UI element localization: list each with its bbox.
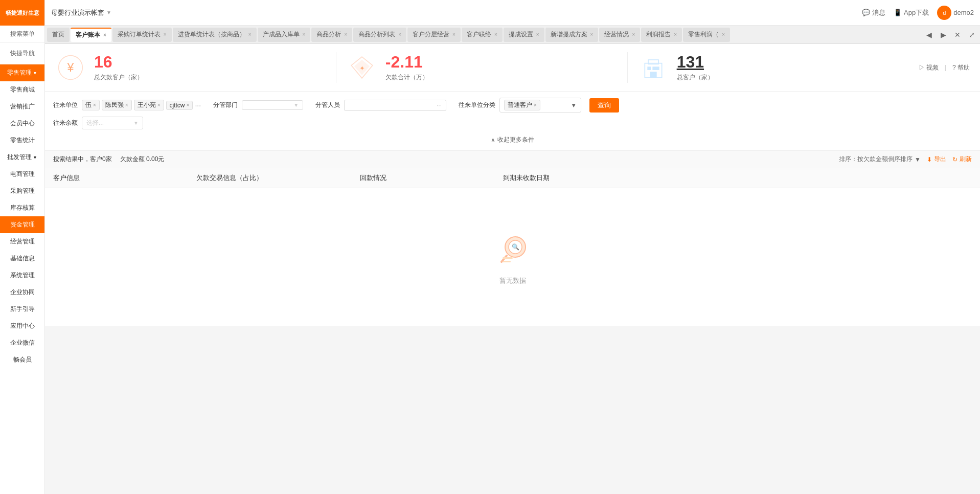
stat-icon-building — [638, 52, 669, 83]
tab-customer-layer[interactable]: 客户分层经营 × — [407, 28, 461, 42]
stat-value-total-customers: 131 — [677, 53, 714, 71]
tab-customer-account[interactable]: 客户账本 × — [71, 28, 111, 42]
tab-close-operations[interactable]: × — [632, 32, 635, 37]
message-icon: 💬 — [862, 9, 870, 16]
sidebar-item-quicknav-label[interactable]: 快捷导航 — [0, 46, 44, 61]
sidebar-item-operations[interactable]: 经营管理 — [0, 233, 44, 250]
tab-close-purchase-order[interactable]: × — [164, 32, 167, 37]
col-header-debt-info: 欠款交易信息（占比） — [196, 173, 360, 183]
sidebar-item-ecommerce[interactable]: 电商管理 — [0, 166, 44, 183]
filter-people-select[interactable]: ··· — [344, 100, 446, 111]
sidebar-item-retail-mgmt[interactable]: 零售管理 ▼ — [0, 64, 44, 81]
filter-tag-close-4[interactable]: × — [187, 102, 190, 108]
sidebar-item-retail-mall[interactable]: 零售商城 — [0, 81, 44, 98]
col-header-customer: 客户信息 — [53, 173, 196, 183]
tab-close-customer-account[interactable]: × — [103, 32, 106, 38]
more-units-btn[interactable]: ··· — [195, 101, 201, 109]
tab-retail-profit[interactable]: 零售利润（ × — [683, 28, 730, 42]
filter-row-1: 往来单位 伍 × 陈民强 × 王小亮 × cjttcw — [53, 98, 972, 113]
stat-value-overdue-customers: 16 — [94, 53, 143, 71]
filter-tag-close-1[interactable]: × — [93, 102, 96, 108]
tab-product-analysis-list[interactable]: 商品分析列表 × — [353, 28, 406, 42]
sidebar-item-enterprise[interactable]: 企业协同 — [0, 284, 44, 301]
filter-tag-close-2[interactable]: × — [125, 102, 128, 108]
sidebar-item-app-center[interactable]: 应用中心 — [0, 318, 44, 334]
tab-close-customer-layer[interactable]: × — [452, 32, 455, 37]
sidebar-item-retail-stats[interactable]: 零售统计 — [0, 132, 44, 149]
video-btn[interactable]: ▷ 视频 — [919, 63, 939, 72]
filter-dept-select[interactable]: ▼ — [242, 100, 303, 110]
sidebar-item-quicknav[interactable]: 快捷导航 — [0, 43, 44, 64]
sidebar-item-member[interactable]: 畅会员 — [0, 351, 44, 368]
help-icon: ? — [952, 64, 956, 71]
play-icon: ▷ — [919, 64, 925, 71]
sidebar-item-marketing[interactable]: 营销推广 — [0, 98, 44, 115]
workspace-selector[interactable]: 母婴行业演示帐套 ▼ — [51, 8, 111, 17]
svg-rect-15 — [503, 257, 513, 259]
sidebar-item-member-center[interactable]: 会员中心 — [0, 115, 44, 132]
filter-unit-tags: 伍 × 陈民强 × 王小亮 × cjttcw × ··· — [82, 100, 201, 110]
tab-commission-settings[interactable]: 提成设置 × — [504, 28, 544, 42]
query-button[interactable]: 查询 — [589, 98, 619, 113]
download-icon: 📱 — [894, 9, 902, 16]
tab-inventory-stats[interactable]: 进货单统计表（按商品） × — [173, 28, 257, 42]
help-btn[interactable]: ? 帮助 — [952, 63, 970, 72]
tab-home[interactable]: 首页 — [47, 28, 70, 42]
messages-btn[interactable]: 💬 消息 — [862, 8, 885, 17]
filter-balance-select[interactable]: 选择... ▼ — [82, 117, 143, 129]
app-download-btn[interactable]: 📱 App下载 — [894, 8, 929, 17]
sidebar-item-wechat[interactable]: 企业微信 — [0, 334, 44, 351]
filter-tag-close-type-1[interactable]: × — [534, 102, 537, 108]
filter-type-label: 往来单位分类 — [459, 101, 495, 109]
tab-next-btn[interactable]: ▶ — [937, 29, 949, 41]
result-right: 排序：按欠款金额倒序排序 ▼ ⬇ 导出 ↻ 刷新 — [839, 155, 972, 164]
sort-btn[interactable]: 排序：按欠款金额倒序排序 ▼ — [839, 155, 921, 164]
filter-tag-unit-2: 陈民强 × — [102, 100, 132, 110]
sidebar-item-purchase[interactable]: 采购管理 — [0, 183, 44, 199]
sidebar-item-guide[interactable]: 新手引导 — [0, 301, 44, 318]
tab-prev-btn[interactable]: ◀ — [923, 29, 935, 41]
sidebar-item-system[interactable]: 系统管理 — [0, 267, 44, 284]
tab-close-customer-contact[interactable]: × — [494, 32, 497, 37]
tab-close-all-btn[interactable]: ✕ — [951, 29, 964, 41]
filter-tag-close-3[interactable]: × — [157, 102, 161, 108]
tab-customer-contact[interactable]: 客户联络 × — [462, 28, 503, 42]
sidebar-item-finance[interactable]: 资金管理 — [0, 216, 44, 233]
refresh-btn[interactable]: ↻ 刷新 — [952, 155, 972, 164]
tab-close-retail-profit[interactable]: × — [722, 32, 725, 37]
tab-close-new-commission[interactable]: × — [590, 32, 594, 37]
filter-row-2: 往来余额 选择... ▼ — [53, 117, 972, 129]
sidebar-item-inventory[interactable]: 库存核算 — [0, 199, 44, 216]
tab-close-profit-report[interactable]: × — [674, 32, 677, 37]
tab-close-commission-settings[interactable]: × — [536, 32, 539, 37]
filter-balance-label: 往来余额 — [53, 119, 78, 127]
tab-new-commission[interactable]: 新增提成方案 × — [545, 28, 599, 42]
tab-expand-btn[interactable]: ⤢ — [966, 29, 978, 41]
sidebar-item-basic-info[interactable]: 基础信息 — [0, 250, 44, 267]
stat-total-debt: ✦ -2.11 欠款合计（万） — [347, 52, 628, 83]
filter-type-select[interactable]: 普通客户 × ▼ — [499, 98, 581, 113]
tab-close-product-analysis-list[interactable]: × — [398, 32, 401, 37]
tab-profit-report[interactable]: 利润报告 × — [641, 28, 682, 42]
filter-tag-unit-4: cjttcw × — [166, 101, 193, 110]
filter-tag-unit-3: 王小亮 × — [134, 100, 164, 110]
tab-operations[interactable]: 经营情况 × — [599, 28, 640, 42]
user-menu-btn[interactable]: d demo2 — [937, 6, 974, 20]
tab-production[interactable]: 产成品入库单 × — [258, 28, 311, 42]
type-select-arrow-icon: ▼ — [571, 102, 577, 109]
tab-close-production[interactable]: × — [303, 32, 306, 37]
result-left: 搜索结果中，客户0家 欠款金额 0.00元 — [53, 155, 164, 164]
avatar: d — [937, 6, 951, 20]
topbar: 母婴行业演示帐套 ▼ 💬 消息 📱 App下载 d demo2 — [45, 0, 980, 26]
sidebar-item-search[interactable]: 搜索菜单 — [0, 26, 44, 43]
balance-select-arrow-icon: ▼ — [133, 120, 139, 126]
collapse-btn[interactable]: ∧ 收起更多条件 — [53, 136, 972, 144]
export-btn[interactable]: ⬇ 导出 — [927, 155, 946, 164]
tab-product-analysis[interactable]: 商品分析 × — [311, 28, 352, 42]
tab-close-inventory-stats[interactable]: × — [248, 32, 252, 37]
tab-purchase-order[interactable]: 采购订单统计表 × — [112, 28, 172, 42]
topbar-left: 母婴行业演示帐套 ▼ — [51, 8, 111, 17]
tab-close-product-analysis[interactable]: × — [344, 32, 347, 37]
sort-arrow-icon: ▼ — [915, 156, 921, 163]
sidebar-item-wholesale[interactable]: 批发管理 ▼ — [0, 149, 44, 166]
